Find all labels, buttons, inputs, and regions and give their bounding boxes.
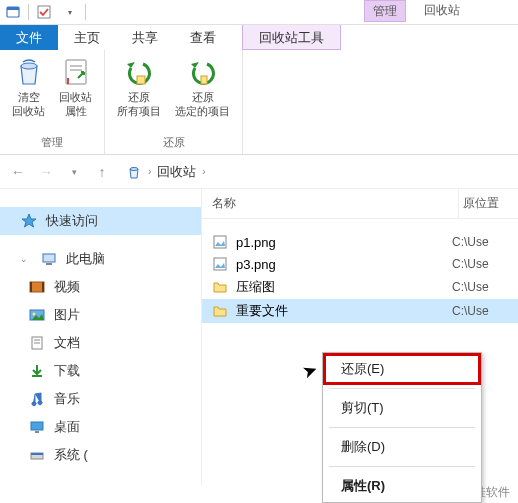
image-file-icon bbox=[212, 256, 228, 272]
app-icon bbox=[4, 3, 22, 21]
history-dropdown[interactable]: ▾ bbox=[62, 160, 86, 184]
svg-rect-7 bbox=[137, 76, 145, 84]
bin-props-label: 回收站 属性 bbox=[59, 90, 92, 119]
music-icon bbox=[28, 390, 46, 408]
chevron-right-icon: › bbox=[148, 166, 151, 177]
file-row[interactable]: p1.png C:\Use bbox=[202, 231, 518, 253]
tab-recycle-title[interactable]: 回收站 bbox=[406, 0, 478, 22]
file-row[interactable]: 压缩图 C:\Use bbox=[202, 275, 518, 299]
empty-bin-label: 清空 回收站 bbox=[12, 90, 45, 119]
sidebar-label: 快速访问 bbox=[46, 212, 98, 230]
sidebar-item-videos[interactable]: 视频 bbox=[0, 273, 201, 301]
restore-sel-label: 还原 选定的项目 bbox=[175, 90, 230, 119]
tab-home[interactable]: 主页 bbox=[58, 25, 116, 50]
sidebar-item-music[interactable]: 音乐 bbox=[0, 385, 201, 413]
sidebar-label: 音乐 bbox=[54, 390, 80, 408]
tab-recycle-tools[interactable]: 回收站工具 bbox=[242, 25, 341, 50]
svg-point-3 bbox=[21, 63, 37, 69]
videos-icon bbox=[28, 278, 46, 296]
sidebar-label: 下载 bbox=[54, 362, 80, 380]
sidebar-item-system-drive[interactable]: 系统 ( bbox=[0, 441, 201, 469]
sidebar-item-this-pc[interactable]: ⌄ 此电脑 bbox=[0, 245, 201, 273]
svg-rect-11 bbox=[46, 263, 52, 265]
ctx-restore[interactable]: 还原(E) bbox=[323, 353, 481, 385]
file-name: p3.png bbox=[236, 257, 444, 272]
ribbon-group-restore: 还原 所有项目 还原 选定的项目 还原 bbox=[105, 50, 243, 154]
file-location: C:\Use bbox=[452, 280, 508, 294]
group-manage-label: 管理 bbox=[41, 135, 63, 150]
chevron-right-icon: › bbox=[202, 166, 205, 177]
svg-rect-8 bbox=[201, 76, 207, 84]
sidebar-item-quick-access[interactable]: 快速访问 bbox=[0, 207, 201, 235]
ctx-properties[interactable]: 属性(R) bbox=[323, 470, 481, 502]
restore-all-button[interactable]: 还原 所有项目 bbox=[113, 54, 165, 133]
context-tab-strip: 管理 回收站 bbox=[364, 0, 478, 25]
sidebar-item-documents[interactable]: 文档 bbox=[0, 329, 201, 357]
col-header-origloc[interactable]: 原位置 bbox=[458, 189, 518, 218]
svg-rect-10 bbox=[43, 254, 55, 262]
tab-view[interactable]: 查看 bbox=[174, 25, 232, 50]
ctx-delete[interactable]: 删除(D) bbox=[323, 431, 481, 463]
sidebar-label: 桌面 bbox=[54, 418, 80, 436]
col-header-name[interactable]: 名称 bbox=[202, 189, 458, 218]
sidebar-label: 此电脑 bbox=[66, 250, 105, 268]
tab-share[interactable]: 共享 bbox=[116, 25, 174, 50]
file-name: 重要文件 bbox=[236, 302, 444, 320]
file-location: C:\Use bbox=[452, 235, 508, 249]
file-row[interactable]: p3.png C:\Use bbox=[202, 253, 518, 275]
file-name: p1.png bbox=[236, 235, 444, 250]
pictures-icon bbox=[28, 306, 46, 324]
file-location: C:\Use bbox=[452, 304, 508, 318]
menu-separator bbox=[329, 466, 475, 467]
sidebar-item-desktop[interactable]: 桌面 bbox=[0, 413, 201, 441]
nav-sidebar: 快速访问 ⌄ 此电脑 视频 图片 文档 下载 音乐 桌面 bbox=[0, 189, 202, 485]
drive-icon bbox=[28, 446, 46, 464]
downloads-icon bbox=[28, 362, 46, 380]
empty-bin-button[interactable]: 清空 回收站 bbox=[8, 54, 49, 133]
breadcrumb[interactable]: › 回收站 › bbox=[126, 163, 206, 181]
sidebar-item-downloads[interactable]: 下载 bbox=[0, 357, 201, 385]
sidebar-label: 图片 bbox=[54, 306, 80, 324]
bin-properties-button[interactable]: 回收站 属性 bbox=[55, 54, 96, 133]
breadcrumb-location[interactable]: 回收站 bbox=[157, 163, 196, 181]
svg-rect-1 bbox=[7, 7, 19, 10]
svg-rect-2 bbox=[38, 6, 50, 18]
forward-button[interactable]: → bbox=[34, 160, 58, 184]
image-file-icon bbox=[212, 234, 228, 250]
back-button[interactable]: ← bbox=[6, 160, 30, 184]
pc-icon bbox=[40, 250, 58, 268]
restore-selected-button[interactable]: 还原 选定的项目 bbox=[171, 54, 234, 133]
svg-point-16 bbox=[33, 313, 36, 316]
ctx-cut[interactable]: 剪切(T) bbox=[323, 392, 481, 424]
sidebar-label: 视频 bbox=[54, 278, 80, 296]
ribbon-tabs: 文件 主页 共享 查看 回收站工具 bbox=[0, 25, 518, 50]
svg-rect-14 bbox=[42, 282, 44, 292]
up-button[interactable]: ↑ bbox=[90, 160, 114, 184]
svg-rect-22 bbox=[35, 431, 39, 433]
svg-rect-13 bbox=[30, 282, 32, 292]
chevron-down-icon[interactable]: ⌄ bbox=[20, 254, 30, 264]
sidebar-label: 文档 bbox=[54, 334, 80, 352]
address-bar: ← → ▾ ↑ › 回收站 › bbox=[0, 155, 518, 189]
file-row[interactable]: 重要文件 C:\Use bbox=[202, 299, 518, 323]
star-icon bbox=[20, 212, 38, 230]
svg-point-9 bbox=[130, 167, 138, 170]
dropdown-icon[interactable]: ▾ bbox=[61, 3, 79, 21]
desktop-icon bbox=[28, 418, 46, 436]
folder-icon bbox=[212, 303, 228, 319]
column-headers: 名称 原位置 bbox=[202, 189, 518, 219]
tab-file[interactable]: 文件 bbox=[0, 25, 58, 50]
menu-separator bbox=[329, 388, 475, 389]
check-icon[interactable] bbox=[35, 3, 53, 21]
sidebar-item-pictures[interactable]: 图片 bbox=[0, 301, 201, 329]
tab-manage[interactable]: 管理 bbox=[364, 0, 406, 22]
context-menu: 还原(E) 剪切(T) 删除(D) 属性(R) bbox=[322, 352, 482, 503]
file-name: 压缩图 bbox=[236, 278, 444, 296]
sidebar-label: 系统 ( bbox=[54, 446, 88, 464]
ribbon: 清空 回收站 回收站 属性 管理 还原 所有项目 还原 选定的项目 还原 bbox=[0, 50, 518, 155]
recycle-bin-icon bbox=[126, 164, 142, 180]
group-restore-label: 还原 bbox=[163, 135, 185, 150]
svg-rect-21 bbox=[31, 422, 43, 430]
folder-icon bbox=[212, 279, 228, 295]
documents-icon bbox=[28, 334, 46, 352]
